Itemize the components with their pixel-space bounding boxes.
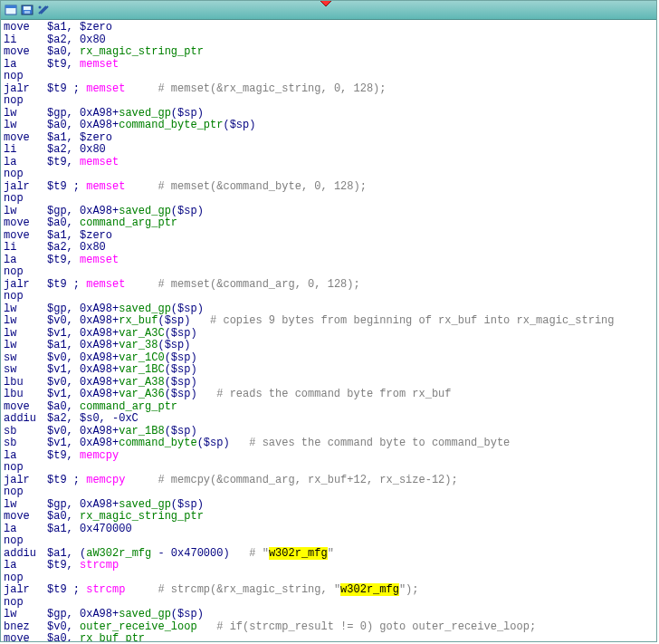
operands: $gp, 0xA98+saved_gp($sp) — [47, 303, 204, 316]
mnemonic: nop — [4, 572, 47, 585]
asm-line[interactable]: jalr$t9 ; memset # memset(&rx_magic_stri… — [4, 83, 654, 96]
mnemonic: addiu — [4, 413, 47, 426]
asm-line[interactable]: nop — [4, 572, 654, 585]
asm-line[interactable]: nop — [4, 193, 654, 206]
plain-text: $t9, — [47, 58, 80, 71]
mnemonic: move — [4, 633, 47, 642]
asm-line[interactable]: nop — [4, 168, 654, 181]
operands: $gp, 0xA98+saved_gp($sp) — [47, 609, 204, 621]
plain-text: ($sp) — [171, 205, 204, 217]
operands: $t9 ; memset # memset(&command_arg, 0, 1… — [47, 279, 360, 292]
function-text: memset — [86, 82, 125, 95]
asm-line[interactable]: nop — [4, 71, 654, 83]
symbol-text: outer_receive_loop — [80, 620, 197, 633]
asm-line[interactable]: li$a2, 0x80 — [4, 144, 654, 157]
plain-text: ($sp) — [197, 437, 250, 449]
plain-text: $a0, — [47, 632, 80, 642]
asm-line[interactable]: lw$gp, 0xA98+saved_gp($sp) — [4, 499, 654, 512]
asm-line[interactable]: move$a1, $zero — [4, 230, 654, 243]
mnemonic: move — [4, 401, 47, 414]
asm-line[interactable]: nop — [4, 266, 654, 279]
plain-text: $v0, 0xA98+ — [47, 425, 119, 437]
asm-line[interactable]: nop — [4, 597, 654, 610]
plain-text: $gp, 0xA98+ — [47, 205, 119, 217]
mnemonic: move — [4, 132, 47, 145]
mnemonic: lw — [4, 303, 47, 316]
plain-text: $gp, 0xA98+ — [47, 498, 119, 511]
asm-line[interactable]: li$a2, 0x80 — [4, 242, 654, 255]
asm-line[interactable]: bnez$v0, outer_receive_loop # if(strcmp_… — [4, 621, 654, 634]
asm-line[interactable]: nop — [4, 486, 654, 499]
asm-line[interactable]: move$a1, $zero — [4, 132, 654, 145]
asm-line[interactable]: move$a0, rx_magic_string_ptr — [4, 46, 654, 59]
svg-rect-3 — [24, 6, 31, 10]
asm-line[interactable]: addiu$a1, (aW302r_mfg - 0x470000) # "w30… — [4, 548, 654, 561]
asm-line[interactable]: lw$a0, 0xA98+command_byte_ptr($sp) — [4, 120, 654, 132]
plain-text: ($sp) — [223, 119, 255, 131]
asm-line[interactable]: move$a1, $zero — [4, 22, 654, 34]
asm-line[interactable]: la$a1, 0x470000 — [4, 524, 654, 536]
asm-line[interactable]: move$a0, rx_magic_string_ptr — [4, 511, 654, 524]
asm-line[interactable]: lw$a1, 0xA98+var_38($sp) — [4, 340, 654, 352]
asm-line[interactable]: move$a0, rx_buf_ptr — [4, 633, 654, 642]
asm-line[interactable]: lw$gp, 0xA98+saved_gp($sp) — [4, 303, 654, 316]
asm-line[interactable]: lw$gp, 0xA98+saved_gp($sp) — [4, 609, 654, 621]
asm-line[interactable]: la$t9, memset — [4, 157, 654, 169]
asm-line[interactable]: lbu$v0, 0xA98+var_A38($sp) — [4, 377, 654, 389]
asm-line[interactable]: sb$v0, 0xA98+var_1B8($sp) — [4, 426, 654, 438]
plain-text: $t9 ; — [47, 180, 86, 193]
asm-line[interactable]: nop — [4, 291, 654, 303]
symbol-text: var_38 — [119, 339, 158, 351]
asm-line[interactable]: lw$gp, 0xA98+saved_gp($sp) — [4, 108, 654, 120]
window-restore-icon[interactable] — [5, 5, 17, 15]
operands: $a0, rx_buf_ptr — [47, 633, 145, 642]
asm-line[interactable]: li$a2, 0x80 — [4, 34, 654, 47]
svg-rect-4 — [24, 11, 30, 14]
save-icon[interactable] — [21, 5, 33, 15]
asm-line[interactable]: addiu$a2, $s0, -0xC — [4, 413, 654, 426]
asm-line[interactable]: move$a0, command_arg_ptr — [4, 217, 654, 230]
asm-line[interactable]: jalr$t9 ; strcmp # strcmp(&rx_magic_stri… — [4, 584, 654, 597]
asm-line[interactable]: la$t9, memcpy — [4, 450, 654, 463]
symbol-text: saved_gp — [119, 303, 171, 315]
operands: $gp, 0xA98+saved_gp($sp) — [47, 499, 204, 512]
asm-line[interactable]: lw$v1, 0xA98+var_A3C($sp) — [4, 328, 654, 341]
asm-line[interactable]: jalr$t9 ; memcpy # memcpy(&command_arg, … — [4, 475, 654, 487]
asm-line[interactable]: sw$v1, 0xA98+var_1BC($sp) — [4, 364, 654, 377]
plain-text: $v0, 0xA98+ — [47, 376, 119, 389]
asm-line[interactable]: jalr$t9 ; memset # memset(&command_byte,… — [4, 181, 654, 194]
asm-line[interactable]: nop — [4, 462, 654, 475]
function-text: memset — [86, 180, 125, 193]
plain-text: $gp, 0xA98+ — [47, 303, 119, 315]
asm-line[interactable]: la$t9, memset — [4, 59, 654, 72]
operands: $v0, 0xA98+rx_buf($sp) # copies 9 bytes … — [47, 315, 615, 328]
plain-text: $t9 ; — [47, 474, 86, 486]
asm-line[interactable]: sw$v0, 0xA98+var_1C0($sp) — [4, 352, 654, 365]
titlebar[interactable] — [1, 1, 656, 20]
operands: $t9, memset — [47, 157, 119, 169]
plain-text: $a1, 0x470000 — [47, 523, 132, 535]
asm-line[interactable]: nop — [4, 95, 654, 108]
asm-line[interactable]: jalr$t9 ; memset # memset(&command_arg, … — [4, 279, 654, 292]
asm-line[interactable]: lw$gp, 0xA98+saved_gp($sp) — [4, 206, 654, 218]
operands: $v0, 0xA98+var_1C0($sp) — [47, 352, 197, 365]
asm-line[interactable]: lw$v0, 0xA98+rx_buf($sp) # copies 9 byte… — [4, 315, 654, 328]
plain-text: ($sp) — [165, 327, 197, 340]
asm-line[interactable]: sb$v1, 0xA98+command_byte($sp) # saves t… — [4, 437, 654, 450]
asm-line[interactable]: nop — [4, 535, 654, 548]
disassembly-code[interactable]: move$a1, $zeroli$a2, 0x80move$a0, rx_mag… — [1, 20, 656, 642]
operands: $a1, $zero — [47, 132, 112, 145]
tools-icon[interactable] — [37, 5, 50, 15]
plain-text: ($sp) — [165, 388, 217, 400]
asm-line[interactable]: la$t9, memset — [4, 255, 654, 267]
plain-text: $a0, — [47, 400, 80, 413]
svg-point-5 — [39, 6, 42, 9]
plain-text: $t9, — [47, 156, 80, 168]
plain-text: $a2, 0x80 — [47, 143, 106, 156]
asm-line[interactable]: move$a0, command_arg_ptr — [4, 401, 654, 414]
operands: $a0, command_arg_ptr — [47, 217, 177, 230]
mnemonic: lw — [4, 609, 47, 621]
asm-line[interactable]: lbu$v1, 0xA98+var_A36($sp) # reads the c… — [4, 389, 654, 401]
plain-text: $t9, — [47, 449, 80, 462]
asm-line[interactable]: la$t9, strcmp — [4, 560, 654, 572]
